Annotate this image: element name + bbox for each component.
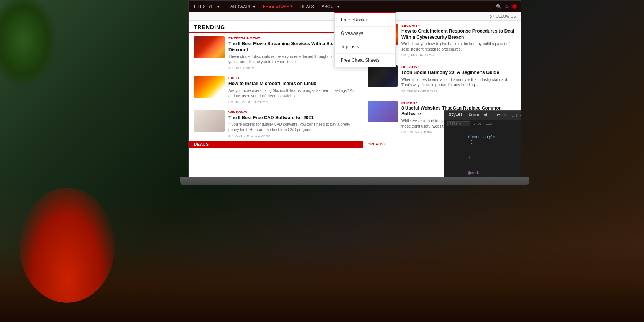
nav-right-icons: 🔍 ☆ [496,4,517,9]
bookmark-icon[interactable]: ☆ [505,4,509,9]
article-author: BY DEEPESH SHARMA [228,100,357,104]
article-category: LINUX [228,76,357,80]
devtools-settings-icon[interactable]: ⚙ [516,113,518,118]
deals-bar[interactable]: DEALS [189,141,363,148]
devtools-tab-computed[interactable]: Computed [467,112,489,118]
free-stuff-dropdown: Free eBooks Giveaways Top Lists Free Che… [334,12,396,67]
article-author: BY QUINA BATERNA [401,53,516,57]
article-content: WINDOWS The 6 Best Free CAD Software for… [228,110,357,138]
laptop-container: LIFESTYLE ▾ HARDWARE ▾ FREE STUFF ▾ DEAL… [188,0,521,188]
devtools-filter-hint: :hov .cls [473,122,492,126]
laptop-bezel [180,177,529,185]
article-excerpt: If you're looking for quality CAD softwa… [228,122,357,133]
article-content: SECURITY How to Craft Incident Response … [401,24,516,57]
article-author: BY MANIVIRAJ GODARA [228,134,357,138]
dropdown-item-giveaways[interactable]: Giveaways [335,27,395,40]
article-category: INTERNET [401,101,516,105]
article-category: CREATIVE [368,142,386,146]
devtools-icon-1[interactable]: ◻ [512,113,514,118]
article-author: BY EMMA GAROFALO [401,89,516,93]
search-icon[interactable]: 🔍 [496,4,502,9]
code-line: @media (min-width: 1024px) [447,166,518,178]
code-line: } [447,150,518,166]
article-thumbnail [368,65,398,87]
nav-item-lifestyle[interactable]: LIFESTYLE ▾ [192,3,221,10]
article-excerpt: We'll show you how to give hackers the b… [401,41,516,52]
navigation-bar: LIFESTYLE ▾ HARDWARE ▾ FREE STUFF ▾ DEAL… [189,1,521,12]
nav-item-deals[interactable]: DEALS [299,3,315,10]
article-thumbnail [194,36,225,58]
nav-item-free-stuff[interactable]: FREE STUFF ▾ [261,3,294,10]
article-thumbnail [368,101,398,122]
list-item[interactable]: CREATIVE Toon Boom Harmony 20: A Beginne… [368,65,516,97]
list-item[interactable]: WINDOWS The 6 Best Free CAD Software for… [189,107,363,141]
devtools-code-content: element.style { } @media (min-width: 102… [444,128,521,177]
article-thumbnail [194,76,225,98]
follow-us-label[interactable]: FOLLOW US [493,14,516,18]
article-category: SECURITY [401,24,516,28]
background-plant [0,0,77,115]
devtools-icons: ◻ ⚙ ✕ [512,113,521,118]
devtools-filter-bar: :hov .cls [444,120,521,128]
list-item[interactable]: LINUX How to Install Microsoft Teams on … [189,73,363,107]
article-thumbnail [194,110,225,132]
dropdown-item-free-cheat-sheets[interactable]: Free Cheat Sheets [335,54,395,67]
article-title: The 6 Best Free CAD Software for 2021 [228,115,357,121]
devtools-tab-layout[interactable]: Layout [492,112,509,118]
nav-item-hardware[interactable]: HARDWARE ▾ [226,3,257,10]
devtools-tab-styles[interactable]: Styles [447,112,464,118]
article-category: WINDOWS [228,110,357,114]
share-icon: ➲ [489,14,492,18]
trending-title: TRENDING [194,24,225,30]
article-category: CREATIVE [401,65,516,69]
article-title: Toon Boom Harmony 20: A Beginner's Guide [401,70,516,76]
dropdown-item-free-ebooks[interactable]: Free eBooks [335,13,395,27]
devtools-filter-input[interactable] [447,121,470,127]
devtools-close-icon[interactable]: ✕ [519,113,521,118]
devtools-toolbar: Styles Computed Layout ◻ ⚙ ✕ [444,111,521,120]
nav-item-about[interactable]: ABOUT ▾ [320,3,341,10]
article-excerpt: Are your coworkers using Microsoft Teams… [228,88,357,99]
article-title: How to Craft Incident Response Procedure… [401,28,516,40]
devtools-panel: Styles Computed Layout ◻ ⚙ ✕ :hov .cls e… [444,110,521,177]
article-excerpt: When it comes to animation, Harmony is t… [401,77,516,88]
article-title: How to Install Microsoft Teams on Linux [228,81,357,87]
laptop-screen: LIFESTYLE ▾ HARDWARE ▾ FREE STUFF ▾ DEAL… [188,0,521,178]
code-line: element.style { [447,130,518,150]
dropdown-item-top-lists[interactable]: Top Lists [335,40,395,54]
background-shirt [19,188,115,303]
site-favicon [512,4,517,9]
article-content: LINUX How to Install Microsoft Teams on … [228,76,357,104]
article-content: CREATIVE Toon Boom Harmony 20: A Beginne… [401,65,516,93]
